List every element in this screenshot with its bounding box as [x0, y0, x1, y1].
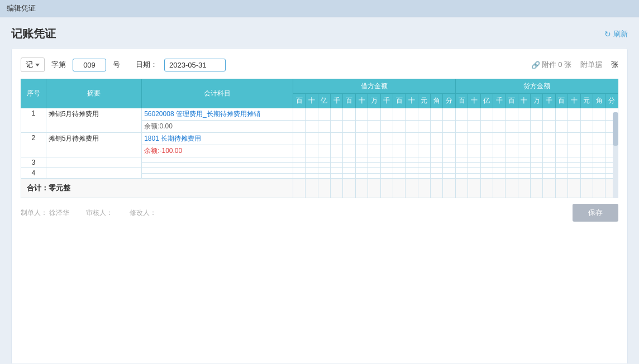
- row-balance-digit-2-10[interactable]: [418, 162, 430, 168]
- row-balance-digit-0-13[interactable]: [455, 121, 468, 133]
- row-digit-1-23[interactable]: [580, 133, 593, 145]
- row-balance-digit-1-24[interactable]: [593, 145, 605, 157]
- row-digit-2-19[interactable]: [531, 157, 543, 163]
- row-balance-digit-1-21[interactable]: [555, 145, 568, 157]
- row-balance-digit-0-5[interactable]: [355, 121, 368, 133]
- row-summary-0[interactable]: 摊销5月待摊费用: [46, 108, 141, 133]
- row-balance-digit-2-13[interactable]: [455, 162, 468, 168]
- row-balance-digit-0-7[interactable]: [380, 121, 393, 133]
- row-digit-1-5[interactable]: [355, 133, 368, 145]
- row-digit-2-20[interactable]: [543, 157, 555, 163]
- row-account-1[interactable]: 1801 长期待摊费用: [142, 133, 293, 145]
- row-balance-digit-3-7[interactable]: [380, 173, 393, 179]
- row-digit-3-11[interactable]: [430, 168, 442, 174]
- row-digit-2-16[interactable]: [493, 157, 506, 163]
- row-digit-1-13[interactable]: [455, 133, 468, 145]
- row-digit-3-10[interactable]: [418, 168, 430, 174]
- save-button[interactable]: 保存: [573, 204, 618, 222]
- row-digit-1-10[interactable]: [418, 133, 430, 145]
- row-balance-digit-3-11[interactable]: [430, 173, 442, 179]
- row-digit-3-6[interactable]: [368, 168, 380, 174]
- row-balance-digit-1-12[interactable]: [443, 145, 456, 157]
- row-summary-2[interactable]: [46, 157, 141, 168]
- row-digit-3-1[interactable]: [306, 168, 318, 174]
- row-digit-2-22[interactable]: [568, 157, 580, 163]
- row-digit-0-18[interactable]: [518, 108, 530, 121]
- row-digit-3-12[interactable]: [443, 168, 456, 174]
- row-digit-3-16[interactable]: [493, 168, 506, 174]
- row-digit-3-4[interactable]: [343, 168, 355, 174]
- row-digit-2-17[interactable]: [506, 157, 518, 163]
- row-digit-3-9[interactable]: [406, 168, 418, 174]
- row-balance-digit-1-9[interactable]: [406, 145, 418, 157]
- row-balance-digit-2-9[interactable]: [406, 162, 418, 168]
- row-digit-0-17[interactable]: [506, 108, 518, 121]
- row-balance-digit-1-0[interactable]: [293, 145, 306, 157]
- row-balance-digit-0-8[interactable]: [393, 121, 405, 133]
- row-balance-digit-0-1[interactable]: [306, 121, 318, 133]
- row-balance-digit-0-4[interactable]: [343, 121, 355, 133]
- row-balance-digit-1-4[interactable]: [343, 145, 355, 157]
- row-digit-3-5[interactable]: [355, 168, 368, 174]
- row-digit-1-6[interactable]: [368, 133, 380, 145]
- attachment-link[interactable]: 🔗 附件 0 张: [531, 60, 571, 70]
- row-balance-digit-0-2[interactable]: [318, 121, 330, 133]
- row-digit-1-20[interactable]: [543, 133, 555, 145]
- row-digit-2-4[interactable]: [343, 157, 355, 163]
- row-digit-0-13[interactable]: [455, 108, 468, 121]
- row-balance-digit-1-11[interactable]: [430, 145, 442, 157]
- row-balance-digit-3-1[interactable]: [306, 173, 318, 179]
- row-balance-digit-1-3[interactable]: [331, 145, 343, 157]
- row-digit-2-13[interactable]: [455, 157, 468, 163]
- row-digit-0-10[interactable]: [418, 108, 430, 121]
- row-balance-digit-2-12[interactable]: [443, 162, 456, 168]
- attach-single-link[interactable]: 附单据: [580, 60, 602, 70]
- row-balance-digit-2-7[interactable]: [380, 162, 393, 168]
- row-digit-0-5[interactable]: [355, 108, 368, 121]
- row-balance-digit-0-18[interactable]: [518, 121, 530, 133]
- row-digit-3-15[interactable]: [480, 168, 493, 174]
- row-balance-digit-0-11[interactable]: [430, 121, 442, 133]
- row-digit-0-23[interactable]: [580, 108, 593, 121]
- row-digit-0-22[interactable]: [568, 108, 580, 121]
- row-balance-digit-1-14[interactable]: [468, 145, 480, 157]
- row-balance-digit-3-22[interactable]: [568, 173, 580, 179]
- row-balance-digit-1-16[interactable]: [493, 145, 506, 157]
- row-digit-0-6[interactable]: [368, 108, 380, 121]
- voucher-type-button[interactable]: 记: [21, 58, 45, 72]
- row-digit-3-20[interactable]: [543, 168, 555, 174]
- row-balance-digit-1-15[interactable]: [480, 145, 493, 157]
- row-summary-1[interactable]: 摊销5月待摊费用: [46, 133, 141, 157]
- row-balance-digit-3-2[interactable]: [318, 173, 330, 179]
- scrollbar-thumb[interactable]: [613, 112, 618, 146]
- row-balance-digit-2-18[interactable]: [518, 162, 530, 168]
- row-balance-digit-0-22[interactable]: [568, 121, 580, 133]
- row-balance-digit-1-1[interactable]: [306, 145, 318, 157]
- row-balance-digit-2-20[interactable]: [543, 162, 555, 168]
- row-digit-2-8[interactable]: [393, 157, 405, 163]
- row-digit-2-21[interactable]: [555, 157, 568, 163]
- row-digit-2-10[interactable]: [418, 157, 430, 163]
- row-balance-digit-3-0[interactable]: [293, 173, 306, 179]
- row-balance-digit-2-2[interactable]: [318, 162, 330, 168]
- row-digit-0-7[interactable]: [380, 108, 393, 121]
- row-digit-3-19[interactable]: [531, 168, 543, 174]
- row-balance-digit-2-6[interactable]: [368, 162, 380, 168]
- row-balance-digit-3-24[interactable]: [593, 173, 605, 179]
- row-balance-digit-3-14[interactable]: [468, 173, 480, 179]
- row-balance-digit-2-21[interactable]: [555, 162, 568, 168]
- row-digit-1-16[interactable]: [493, 133, 506, 145]
- row-balance-digit-2-1[interactable]: [306, 162, 318, 168]
- row-balance-digit-3-3[interactable]: [331, 173, 343, 179]
- row-balance-digit-0-0[interactable]: [293, 121, 306, 133]
- row-digit-1-17[interactable]: [506, 133, 518, 145]
- row-digit-2-18[interactable]: [518, 157, 530, 163]
- row-digit-2-12[interactable]: [443, 157, 456, 163]
- row-digit-0-11[interactable]: [430, 108, 442, 121]
- row-balance-digit-1-20[interactable]: [543, 145, 555, 157]
- row-digit-0-16[interactable]: [493, 108, 506, 121]
- row-balance-digit-3-4[interactable]: [343, 173, 355, 179]
- row-balance-digit-3-15[interactable]: [480, 173, 493, 179]
- row-balance-digit-1-19[interactable]: [531, 145, 543, 157]
- row-balance-digit-3-21[interactable]: [555, 173, 568, 179]
